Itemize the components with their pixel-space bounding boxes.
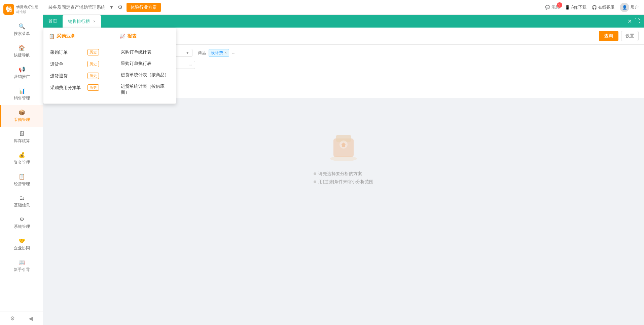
tab-close-button[interactable]: × <box>93 19 96 24</box>
sidebar-item-marketing[interactable]: 📢 营销推广 <box>0 62 43 84</box>
operations-icon: 📋 <box>19 173 25 180</box>
history-badge-expense: 历史 <box>87 84 99 91</box>
purchase-menu-section: 📋 采购业务 采购订单 历史 进货单 历史 进货退货 历史 采购费用分摊单 历史 <box>49 33 100 98</box>
toolbar-right: 查询 设置 <box>599 31 639 41</box>
sidebar-collapse-button[interactable]: ◀ <box>29 315 33 322</box>
message-button[interactable]: 💬 9 消息 <box>545 4 560 10</box>
sidebar-item-purchase[interactable]: 📦 采购管理 <box>0 105 43 127</box>
sidebar-item-operations[interactable]: 📋 经营管理 <box>0 169 43 191</box>
menu-item-inbound[interactable]: 进货单 历史 <box>49 58 100 70</box>
sidebar-item-quick-nav[interactable]: 🏠 快捷导航 <box>0 41 43 62</box>
tab-bar: 首页 销售排行榜 × ✕ ⛶ <box>43 15 644 28</box>
system-icon: ⚙ <box>20 216 24 222</box>
empty-illustration <box>323 125 364 165</box>
empty-text: 请先选择要分析的方案 用[过滤]条件来缩小分析范围 <box>314 171 373 187</box>
tab-bar-actions: ✕ ⛶ <box>628 18 644 25</box>
finance-icon: 💰 <box>19 152 25 158</box>
tab-close-all-button[interactable]: ✕ <box>628 18 632 25</box>
settings-button[interactable]: 设置 <box>621 31 639 41</box>
menu-item-purchase-order[interactable]: 采购订单 历史 <box>49 46 100 58</box>
logo-icon: 畅 <box>3 4 14 15</box>
home-icon: 🏠 <box>19 45 25 51</box>
industry-btn[interactable]: 体验行业方案 <box>127 3 161 12</box>
enterprise-icon: 🤝 <box>19 238 25 244</box>
header-right: 💬 9 消息 📱 App下载 🎧 在线客服 👤 用户 <box>545 3 639 12</box>
menu-item-expense[interactable]: 采购费用分摊单 历史 <box>49 82 100 93</box>
history-badge-purchase-order: 历史 <box>87 49 99 55</box>
sidebar-logo: 畅 畅捷通好生意 标准版 <box>0 0 43 19</box>
purchase-section-icon: 📋 <box>49 34 55 39</box>
goods-tag-close-button[interactable]: × <box>224 50 227 55</box>
query-button[interactable]: 查询 <box>599 31 618 41</box>
sidebar-bottom: ⚙ ◀ <box>0 312 43 325</box>
menu-item-inbound-stats-supplier[interactable]: 进货单统计表（按供应商） <box>119 81 171 98</box>
menu-item-return[interactable]: 进货退货 历史 <box>49 70 100 82</box>
message-icon: 💬 <box>545 5 550 10</box>
sales-icon: 📊 <box>19 88 25 94</box>
empty-dot-1 <box>314 172 316 175</box>
salesperson-dropdown-arrow: ··· <box>189 63 192 67</box>
menu-item-order-stats[interactable]: 采购订单统计表 <box>119 46 171 58</box>
report-section-title: 📈 报表 <box>119 33 171 42</box>
system-title: 装备及固定资产辅助管理系统 <box>48 4 105 10</box>
purchase-dropdown-menu: 📋 采购业务 采购订单 历史 进货单 历史 进货退货 历史 采购费用分摊单 历史… <box>43 28 176 104</box>
phone-icon: 📱 <box>565 5 570 10</box>
header-settings-icon[interactable]: ⚙ <box>118 4 122 10</box>
tab-maximize-button[interactable]: ⛶ <box>635 18 640 24</box>
goods-filter: 商品 设计费 × ··· <box>198 49 236 57</box>
sidebar-item-finance[interactable]: 💰 资金管理 <box>0 148 43 169</box>
sidebar-item-search[interactable]: 🔍 搜索菜单 <box>0 19 43 41</box>
menu-item-order-exec[interactable]: 采购订单执行表 <box>119 58 171 69</box>
search-icon: 🔍 <box>19 23 25 30</box>
sidebar-item-base-info[interactable]: 🗂 基础信息 <box>0 191 43 212</box>
marketing-icon: 📢 <box>19 66 25 73</box>
tab-home[interactable]: 首页 <box>43 15 63 28</box>
headset-icon: 🎧 <box>592 5 597 10</box>
dropdown-arrow-button[interactable]: ▼ <box>109 5 114 10</box>
sidebar-item-guide[interactable]: 📖 新手引导 <box>0 255 43 277</box>
sidebar: 畅 畅捷通好生意 标准版 🔍 搜索菜单 🏠 快捷导航 📢 营销推广 📊 销售管理 <box>0 0 43 325</box>
online-service-button[interactable]: 🎧 在线客服 <box>592 4 614 10</box>
guide-icon: 📖 <box>19 259 25 266</box>
goods-tag: 设计费 × <box>209 49 229 57</box>
inventory-icon: 🗄 <box>19 131 25 137</box>
status-dropdown-arrow: ▼ <box>185 50 189 55</box>
logo-text: 畅捷通好生意 标准版 <box>16 4 38 14</box>
menu-item-inbound-stats-goods[interactable]: 进货单统计表（按商品） <box>119 69 171 81</box>
report-section-icon: 📈 <box>119 34 125 39</box>
sidebar-nav: 🔍 搜索菜单 🏠 快捷导航 📢 营销推广 📊 销售管理 📦 采购管理 🗄 <box>0 19 43 312</box>
tab-sales-ranking[interactable]: 销售排行榜 × <box>63 15 101 28</box>
empty-state: 请先选择要分析的方案 用[过滤]条件来缩小分析范围 <box>43 98 644 214</box>
report-menu-section: 📈 报表 采购订单统计表 采购订单执行表 进货单统计表（按商品） 进货单统计表（… <box>119 33 171 98</box>
base-info-icon: 🗂 <box>19 195 25 201</box>
sidebar-item-inventory[interactable]: 🗄 库存核算 <box>0 127 43 148</box>
sidebar-settings-button[interactable]: ⚙ <box>10 315 15 322</box>
empty-dot-2 <box>314 180 316 183</box>
avatar: 👤 <box>620 3 629 12</box>
top-header: 装备及固定资产辅助管理系统 ▼ ⚙ 体验行业方案 💬 9 消息 📱 App下载 … <box>43 0 644 15</box>
purchase-icon: 📦 <box>19 109 25 116</box>
sidebar-item-system[interactable]: ⚙ 系统管理 <box>0 212 43 234</box>
goods-more-button[interactable]: ··· <box>232 50 236 55</box>
history-badge-return: 历史 <box>87 73 99 79</box>
sidebar-item-enterprise[interactable]: 🤝 企业协同 <box>0 234 43 255</box>
purchase-section-title: 📋 采购业务 <box>49 33 100 42</box>
history-badge-inbound: 历史 <box>87 61 99 67</box>
user-avatar-button[interactable]: 👤 用户 <box>620 3 639 12</box>
sidebar-item-sales[interactable]: 📊 销售管理 <box>0 84 43 105</box>
app-download-button[interactable]: 📱 App下载 <box>565 4 586 10</box>
menu-divider <box>110 33 110 98</box>
goods-label: 商品 <box>198 50 206 56</box>
